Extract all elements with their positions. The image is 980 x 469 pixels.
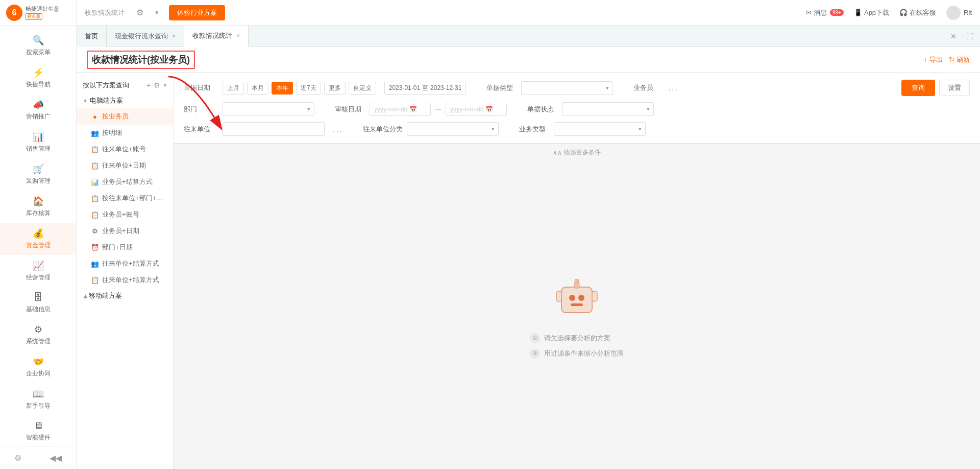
user-avatar-area[interactable]: Rit: [946, 6, 972, 20]
page-title: 收款情况统计(按业务员): [87, 51, 195, 69]
sidebar-footer: ⚙ ◀◀: [0, 447, 76, 469]
export-button[interactable]: ↑ 导出: [924, 55, 943, 64]
svg-rect-0: [561, 287, 592, 313]
calendar-icon: 📅: [409, 106, 417, 113]
sidebar-item-hardware[interactable]: 🖥 智能硬件: [0, 415, 76, 447]
scheme-item-staff-settle[interactable]: 📊 业务员+结算方式: [77, 174, 173, 190]
panel-settings-icon[interactable]: ⚙: [154, 81, 160, 89]
panel-collapse-icon[interactable]: «: [163, 81, 167, 89]
settings-button[interactable]: 设置: [939, 80, 970, 96]
date-btn-last7[interactable]: 近7天: [296, 82, 321, 95]
review-date-from[interactable]: yyyy-mm-dd 📅: [370, 103, 431, 116]
marketing-icon: 📣: [33, 99, 44, 110]
sidebar-item-enterprise[interactable]: 🤝 企业协同: [0, 351, 76, 383]
scheme-item-unit-dept-collect[interactable]: 📋 按往来单位+部门+收...: [77, 190, 173, 206]
sidebar-settings-btn[interactable]: ⚙: [14, 453, 21, 463]
scheme-item-by-detail[interactable]: 👥 按明细: [77, 125, 173, 141]
sidebar-item-operations[interactable]: 📈 经营管理: [0, 255, 76, 287]
date-btn-more[interactable]: 更多: [324, 82, 346, 95]
scheme-item-staff-date[interactable]: ⚙ 业务员+日期: [77, 223, 173, 239]
sidebar-nav: 🔍 搜索菜单 ⚡ 快捷导航 📣 营销推广 📊 销售管理 🛒 采购管理 🏠: [0, 26, 76, 447]
scheme-item-dept-date[interactable]: ⏰ 部门+日期: [77, 239, 173, 255]
biz-type-select[interactable]: [554, 122, 646, 136]
staff-account-icon: 📋: [91, 211, 99, 219]
unit-settle3-icon: 📋: [91, 276, 99, 284]
unit-account-icon: 📋: [91, 146, 99, 153]
sidebar-collapse-btn[interactable]: ◀◀: [50, 453, 62, 463]
service-icon: 🎧: [899, 9, 908, 16]
tip-1: ① 请先选择要分析的方案: [530, 333, 624, 343]
logo-area: 6 畅捷通好生意 标准版: [0, 0, 76, 26]
unit-more-btn[interactable]: ...: [333, 125, 342, 134]
panel-add-icon[interactable]: +: [146, 81, 151, 89]
window-maximize-btn[interactable]: ⛶: [964, 30, 976, 42]
sidebar-item-inventory[interactable]: 🏠 库存核算: [0, 191, 76, 223]
sidebar-item-sales[interactable]: 📊 销售管理: [0, 126, 76, 158]
query-button[interactable]: 查询: [901, 80, 935, 96]
staff-date-icon: ⚙: [91, 227, 99, 235]
right-panel: 单据日期 上月 本月 本年 近7天 更多 自定义 2023-01-01 至: [174, 73, 980, 469]
scheme-group-mobile-title[interactable]: ▶ 移动端方案: [77, 288, 173, 303]
window-close-btn[interactable]: ✕: [947, 30, 960, 42]
doc-type-select[interactable]: [521, 81, 613, 95]
dept-date-icon: ⏰: [91, 244, 99, 251]
topbar: 收款情况统计 ⚙ ▾ 体验行业方案 ✉ 消息 99+ 📱 App下载 🎧: [77, 0, 980, 26]
scheme-group-desktop-title[interactable]: ▼ 电脑端方案: [77, 93, 173, 108]
tab-bank-flow-close[interactable]: ×: [172, 33, 176, 40]
collapse-bar[interactable]: ∧∧ 收起更多条件: [174, 144, 980, 161]
date-btn-this-year[interactable]: 本年: [272, 82, 293, 95]
sidebar-item-quicknav[interactable]: ⚡ 快捷导航: [0, 62, 76, 94]
sidebar-item-basic[interactable]: 🗄 基础信息: [0, 287, 76, 319]
app-download-button[interactable]: 📱 App下载: [854, 8, 889, 17]
topbar-settings-icon[interactable]: ⚙: [133, 6, 147, 20]
staff-more-btn[interactable]: ...: [668, 83, 678, 92]
tab-collection-close[interactable]: ×: [236, 32, 240, 39]
filter-row-2: 部门 审核日期 yyyy-mm-dd 📅 —: [184, 102, 970, 116]
tab-collection[interactable]: 收款情况统计 ×: [184, 26, 249, 47]
operations-icon: 📈: [33, 260, 44, 271]
collapse-label: 收起更多条件: [564, 148, 601, 157]
date-range-input[interactable]: 2023-01-01 至 2023-12-31: [384, 82, 467, 95]
tab-home[interactable]: 首页: [77, 26, 107, 47]
unit-category-select[interactable]: [407, 122, 499, 136]
date-btn-last-month[interactable]: 上月: [223, 82, 244, 95]
sidebar-item-search[interactable]: 🔍 搜索菜单: [0, 30, 76, 62]
solution-button[interactable]: 体验行业方案: [169, 5, 225, 20]
message-button[interactable]: ✉ 消息 99+: [806, 8, 844, 17]
sidebar-item-finance[interactable]: 💰 资金管理: [0, 223, 76, 255]
scheme-item-unit-date[interactable]: 📋 往来单位+日期: [77, 157, 173, 174]
sidebar-item-marketing[interactable]: 📣 营销推广: [0, 94, 76, 126]
svg-point-5: [575, 279, 579, 283]
empty-icon: [551, 272, 602, 323]
sidebar-item-purchase[interactable]: 🛒 采购管理: [0, 158, 76, 191]
scheme-item-unit-account[interactable]: 📋 往来单位+账号: [77, 141, 173, 157]
scheme-item-by-staff[interactable]: ● 按业务员: [77, 108, 173, 125]
topbar-arrow-icon[interactable]: ▾: [155, 9, 159, 16]
review-date-to[interactable]: yyyy-mm-dd 📅: [446, 103, 507, 116]
hardware-icon: 🖥: [34, 420, 43, 431]
dept-select[interactable]: [223, 102, 314, 116]
doc-status-select[interactable]: [562, 102, 654, 116]
page-header: 收款情况统计(按业务员) ↑ 导出 ↻ 刷新: [77, 47, 980, 73]
date-btn-custom[interactable]: 自定义: [349, 82, 376, 95]
staff-settle-icon: 📊: [91, 178, 99, 186]
scheme-item-staff-account[interactable]: 📋 业务员+账号: [77, 206, 173, 223]
unit-input[interactable]: [223, 122, 325, 136]
search-icon: 🔍: [33, 35, 44, 46]
unit-category-select-wrapper: [407, 122, 499, 136]
scheme-item-unit-settle3[interactable]: 📋 往来单位+结算方式: [77, 272, 173, 288]
empty-state: ① 请先选择要分析的方案 ② 用过滤条件来缩小分析范围: [530, 272, 624, 359]
online-service-button[interactable]: 🎧 在线客服: [899, 8, 936, 17]
sidebar-item-system[interactable]: ⚙ 系统管理: [0, 319, 76, 351]
mobile-group-expand-icon: ▶: [82, 294, 88, 298]
date-btn-this-month[interactable]: 本月: [247, 82, 268, 95]
refresh-button[interactable]: ↻ 刷新: [949, 55, 970, 64]
tip-2: ② 用过滤条件来缩小分析范围: [530, 348, 624, 359]
biz-type-label: 业务类型: [519, 125, 550, 134]
unit-dept-icon: 📋: [91, 195, 99, 202]
scheme-item-unit-settle2[interactable]: 👥 往来单位+结算方式: [77, 255, 173, 272]
download-icon: 📱: [854, 9, 862, 16]
tab-bank-flow[interactable]: 现金银行流水查询 ×: [107, 26, 184, 47]
date-label: 单据日期: [184, 83, 214, 92]
sidebar-item-guide[interactable]: 📖 新手引导: [0, 383, 76, 415]
